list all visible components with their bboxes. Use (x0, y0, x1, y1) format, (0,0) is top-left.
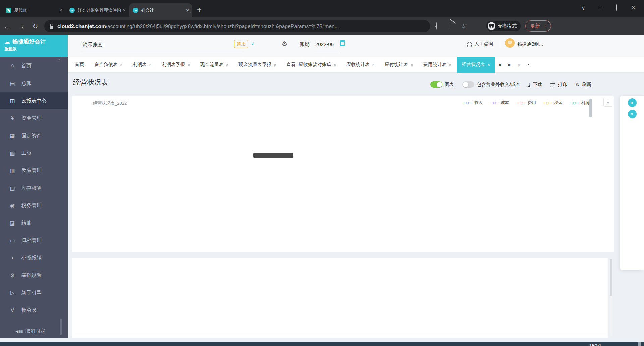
sidebar-scrollbar[interactable] (60, 319, 62, 335)
browser-tab[interactable]: ☁好会计× (129, 3, 192, 17)
report-tab[interactable]: 经营状况表× (457, 57, 495, 73)
period-value[interactable]: 2022-06 (315, 41, 334, 47)
close-window-icon[interactable]: × (625, 4, 642, 11)
bookmark-star-icon[interactable]: ☆ (457, 22, 470, 30)
report-tab[interactable]: 利润表× (128, 57, 157, 73)
table-scrollbar-thumb[interactable] (610, 259, 612, 296)
sidebar-item-4[interactable]: ¥资金管理 (0, 109, 68, 127)
report-tab-close-icon[interactable]: × (187, 62, 190, 67)
reimburse-icon: ◖ (9, 255, 16, 261)
browser-tab-list: 易代账×☁好会计财务管理软件购买价格及功×☁好会计× (0, 3, 193, 17)
sidebar-item-13[interactable]: ⚙基础设置 (0, 266, 68, 284)
sidebar-item-label: 结账 (21, 220, 32, 226)
account-set-name[interactable]: 演示账套 (83, 42, 103, 48)
zoom-search-icon[interactable] (430, 22, 443, 30)
sidebar-item-10[interactable]: ◪结账 (0, 214, 68, 232)
years-scroll-down-button[interactable]: » (628, 110, 637, 118)
sidebar-item-5[interactable]: ▦固定资产 (0, 127, 68, 144)
sidebar-item-label: 云报表中心 (21, 98, 47, 104)
sidebar-item-2[interactable]: ▤总账 (0, 75, 68, 92)
forward-icon[interactable]: → (14, 22, 28, 30)
support-link[interactable]: 人工咨询 (467, 41, 493, 47)
report-tab[interactable]: 查看_应收账款对账单× (281, 57, 341, 73)
reload-icon[interactable]: ↻ (28, 22, 42, 30)
report-tab-close-icon[interactable]: × (411, 62, 413, 67)
sidebar-item-3[interactable]: ◫云报表中心 (0, 92, 68, 109)
user-name[interactable]: 畅捷通B组... (517, 41, 545, 47)
report-tab-close-icon[interactable]: × (149, 62, 152, 67)
report-tab-close-icon[interactable]: × (449, 62, 452, 67)
legend-item[interactable]: 费用 (517, 100, 536, 106)
sidebar-scroll-up-icon[interactable]: ▲ (58, 58, 61, 61)
sidebar-item-label: 工资 (21, 150, 32, 156)
operations-line-chart[interactable] (72, 96, 614, 252)
sidebar-item-8[interactable]: ▨库存核算 (0, 179, 68, 197)
years-scroll-up-button[interactable]: « (628, 98, 637, 107)
update-button[interactable]: 更新 ⋮ (525, 20, 551, 32)
report-tab[interactable]: 应收统计表× (341, 57, 380, 73)
sidebar-item-11[interactable]: ▭归档管理 (0, 232, 68, 249)
report-tab-close-icon[interactable]: × (487, 62, 490, 67)
sidebar-item-7[interactable]: ▥发票管理 (0, 162, 68, 179)
brand-logo[interactable]: ☁ 畅捷通好会计 旗舰版 (0, 35, 68, 57)
year-panel-collapse-button[interactable]: » (603, 98, 612, 107)
include-toggle[interactable] (462, 81, 474, 88)
tab-search-icon[interactable]: ∨ (575, 5, 592, 11)
report-tab-label: 利润表 (133, 62, 147, 68)
payroll-icon: ▧ (9, 150, 16, 156)
report-tab-close-icon[interactable]: × (120, 62, 123, 67)
sidebar-unpin-button[interactable]: ◀ ▮▮ 取消固定 (15, 328, 45, 334)
report-tab-close-icon[interactable]: × (334, 62, 336, 67)
sidebar-item-15[interactable]: Ⅴ畅会员 (0, 301, 68, 319)
url-bar[interactable]: cloud2.chanjet.com/accounting/uh26t264j5… (44, 20, 430, 32)
report-tab[interactable]: 应付统计表× (380, 57, 418, 73)
minimize-icon[interactable]: – (592, 5, 608, 11)
report-tab[interactable]: 资产负债表× (89, 57, 128, 73)
report-tab[interactable]: 现金流量表× (195, 57, 234, 73)
report-tab[interactable]: 首页 (70, 57, 89, 73)
tabs-close-all-icon[interactable]: × (515, 62, 524, 68)
chart-toggle-label: 图表 (445, 82, 454, 88)
print-button[interactable]: 打印 (550, 82, 567, 88)
eye-off-icon[interactable] (443, 22, 457, 30)
tabs-scroll-left-icon[interactable]: ◀ (495, 62, 505, 67)
new-tab-button[interactable]: + (197, 6, 202, 13)
legend-dash (523, 103, 526, 103)
avatar[interactable] (505, 38, 515, 48)
url-text[interactable]: cloud2.chanjet.com/accounting/uh26t264j5… (57, 23, 339, 29)
legend-item[interactable]: 成本 (490, 100, 509, 106)
legend-item[interactable]: 税金 (543, 100, 563, 106)
restore-icon[interactable] (608, 5, 625, 11)
legend-item[interactable]: 利润 (570, 100, 590, 106)
update-label: 更新 (530, 23, 540, 29)
refresh-button[interactable]: ↻ 刷新 (575, 82, 591, 88)
account-dropdown-icon[interactable]: ∨ (251, 41, 254, 46)
sidebar-item-9[interactable]: ◉税务管理 (0, 197, 68, 214)
brand-row: ☁ 畅捷通好会计 (4, 38, 68, 45)
sidebar-item-12[interactable]: ◖小畅报销 (0, 249, 68, 266)
sidebar-item-14[interactable]: ▷新手引导 (0, 284, 68, 301)
browser-tab[interactable]: 易代账× (3, 3, 65, 17)
sidebar-item-6[interactable]: ▧工资 (0, 144, 68, 162)
tabs-scroll-right-icon[interactable]: ▶ (505, 62, 515, 67)
browser-menu-icon[interactable]: ⋮ (543, 23, 547, 29)
calendar-icon[interactable] (340, 40, 345, 46)
legend-item[interactable]: 收入 (463, 100, 483, 106)
content-scrollbar[interactable] (589, 99, 592, 117)
download-button[interactable]: ↓ 下载 (528, 82, 542, 88)
report-tab-close-icon[interactable]: × (372, 62, 375, 67)
report-tab[interactable]: 利润表季报× (157, 57, 195, 73)
settings-gear-icon[interactable]: ⚙ (282, 40, 287, 48)
tab-close-icon[interactable]: × (59, 7, 62, 13)
browser-tab[interactable]: ☁好会计财务管理软件购买价格及功× (66, 3, 128, 17)
back-icon[interactable]: ← (0, 22, 14, 30)
tab-close-icon[interactable]: × (186, 7, 189, 13)
report-tab-close-icon[interactable]: × (274, 62, 276, 67)
report-tab[interactable]: 费用统计表× (418, 57, 457, 73)
legend-dash (463, 103, 466, 103)
report-tab[interactable]: 现金流量表季报× (233, 57, 281, 73)
incognito-chip[interactable]: 无痕模式 (486, 21, 521, 31)
chart-toggle[interactable] (430, 81, 442, 88)
report-tab-close-icon[interactable]: × (226, 62, 229, 67)
tab-close-icon[interactable]: × (123, 7, 126, 13)
